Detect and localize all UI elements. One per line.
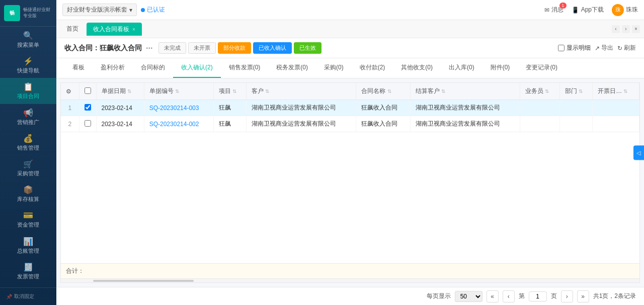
scrollbar-thumb[interactable]: [93, 280, 194, 282]
doc-link[interactable]: SQ-20230214-002: [149, 121, 199, 128]
sidebar-item-invoice[interactable]: 🧾 发票管理: [0, 258, 56, 284]
nav-tab-0[interactable]: 其他收支(0): [393, 58, 441, 78]
col-dept[interactable]: 部门 ⇅: [560, 83, 593, 100]
row-number: 2: [61, 116, 79, 132]
settings-icon: ⚙: [66, 88, 71, 95]
page-number-input[interactable]: [529, 291, 547, 301]
topbar-right: ✉ 1 消息 📱 App下载 珠 珠珠: [544, 4, 638, 16]
sort-icon: ⇅: [623, 88, 627, 94]
row-contract: 狂飙收入合同: [356, 116, 410, 132]
status-btn-已生效[interactable]: 已生效: [294, 42, 321, 54]
user-avatar[interactable]: 珠 珠珠: [612, 4, 638, 16]
nav-tab-0[interactable]: 采购(0): [316, 58, 352, 78]
nav-tab-2[interactable]: 收入确认(2): [173, 58, 221, 78]
sidebar-item-quick[interactable]: ⚡ 快捷导航: [0, 52, 56, 78]
row-checkbox-cell[interactable]: [79, 100, 96, 116]
more-options-icon[interactable]: ···: [146, 44, 152, 53]
col-project[interactable]: 项目 ⇅: [214, 83, 247, 100]
sidebar-item-sales[interactable]: 💰 销售管理: [0, 130, 56, 155]
tab-close-icon[interactable]: ×: [132, 27, 135, 32]
next-page-button[interactable]: ›: [561, 290, 573, 302]
show-detail-checkbox[interactable]: 显示明细: [558, 44, 591, 52]
status-btn-部分收款[interactable]: 部分收款: [218, 42, 251, 54]
sidebar-item-marketing[interactable]: 📢 营销推广: [0, 104, 56, 130]
first-page-button[interactable]: «: [487, 290, 499, 302]
download-icon: 📱: [572, 7, 579, 14]
col-invoice-date[interactable]: 开票日… ⇅: [593, 83, 639, 100]
col-salesman[interactable]: 业务员 ⇅: [520, 83, 560, 100]
quick-icon: ⚡: [23, 56, 33, 66]
export-button[interactable]: ↗ 导出: [595, 44, 613, 52]
status-btn-未完成[interactable]: 未完成: [158, 42, 186, 54]
select-all-checkbox[interactable]: [85, 87, 91, 94]
message-icon: ✉: [544, 7, 549, 14]
window-controls: ‹ › ×: [612, 25, 640, 33]
sidebar-bottom[interactable]: 📌 取消固定: [0, 287, 56, 305]
message-button[interactable]: ✉ 1 消息: [544, 6, 564, 14]
row-checkbox-cell[interactable]: [79, 116, 96, 132]
sales-icon: 💰: [23, 134, 33, 143]
page-size-select[interactable]: 20 50 100 200: [455, 291, 482, 302]
col-docno[interactable]: 单据编号 ⇅: [144, 83, 213, 100]
pagination: 每页显示 20 50 100 200 « ‹ 第 页 › » 共1页，2条记录: [56, 287, 644, 305]
col-date[interactable]: 单据日期 ⇅: [96, 83, 144, 100]
sidebar-item-project[interactable]: 📋 项目合同: [0, 78, 56, 104]
show-detail-input[interactable]: [558, 45, 565, 51]
col-settle[interactable]: 结算客户 ⇅: [410, 83, 520, 100]
sidebar-item-fund[interactable]: 💳 资金管理: [0, 207, 56, 232]
sidebar-item-search[interactable]: 🔍 搜索菜单: [0, 27, 56, 52]
page-header: 收入合同：狂飙收入合同 ··· 未完成未开票部分收款已收入确认已生效 显示明细 …: [56, 38, 644, 58]
sidebar-item-purchase[interactable]: 🛒 采购管理: [0, 155, 56, 181]
app-download-button[interactable]: 📱 App下载: [572, 6, 604, 14]
sort-icon: ⇅: [127, 88, 131, 94]
checkbox-header[interactable]: [79, 83, 96, 100]
pin-icon: 📌: [6, 294, 12, 299]
table-container[interactable]: ⚙ 单据日期 ⇅ 单据编号 ⇅ 项目 ⇅ 客户 ⇅ 合同名称 ⇅ 结算客户 ⇅ …: [60, 82, 640, 264]
row-docno[interactable]: SQ-20230214-002: [144, 116, 213, 132]
nav-tab-2[interactable]: 收付款(2): [352, 58, 393, 78]
nav-tab-0[interactable]: 变更记录(0): [518, 58, 566, 78]
col-customer[interactable]: 客户 ⇅: [247, 83, 356, 100]
purchase-icon: 🛒: [23, 159, 33, 169]
doc-link[interactable]: SQ-20230214-003: [149, 105, 199, 112]
unpin-button[interactable]: 📌 取消固定: [4, 291, 52, 302]
col-contract[interactable]: 合同名称 ⇅: [356, 83, 410, 100]
table-scrollbar[interactable]: [60, 279, 640, 283]
nav-tab-0[interactable]: 出入库(0): [441, 58, 482, 78]
close-window-button[interactable]: ×: [632, 25, 640, 33]
company-selector[interactable]: 好业财专业版演示帐套 ▾: [62, 4, 137, 16]
nav-tab-[interactable]: 看板: [64, 58, 93, 78]
side-panel-icon[interactable]: ◁: [633, 145, 644, 160]
main-content: 好业财专业版演示帐套 ▾ 已认证 ✉ 1 消息 📱 App下载 珠 珠珠: [56, 0, 644, 305]
sidebar-nav: 🔍 搜索菜单 ⚡ 快捷导航 📋 项目合同 📢 营销推广 💰 销售管理 🛒 采购管…: [0, 27, 56, 287]
sidebar-item-tax[interactable]: 📑 税务管理: [0, 284, 56, 287]
status-btn-已收入确认[interactable]: 已收入确认: [253, 42, 292, 54]
sidebar-item-general[interactable]: 📊 总账管理: [0, 233, 56, 258]
nav-tab-0[interactable]: 销售发票(0): [221, 58, 269, 78]
row-checkbox[interactable]: [85, 104, 91, 111]
logo-text: 畅捷通好业财 专业版: [23, 7, 50, 19]
data-table: ⚙ 单据日期 ⇅ 单据编号 ⇅ 项目 ⇅ 客户 ⇅ 合同名称 ⇅ 结算客户 ⇅ …: [61, 83, 639, 132]
row-invoice-date: [593, 116, 639, 132]
home-tab[interactable]: 首页: [60, 23, 85, 35]
prev-window-button[interactable]: ‹: [612, 25, 620, 33]
nav-tab-0[interactable]: 税务发票(0): [268, 58, 316, 78]
next-window-button[interactable]: ›: [622, 25, 630, 33]
status-btn-未开票[interactable]: 未开票: [188, 42, 216, 54]
settings-header[interactable]: ⚙: [61, 83, 79, 100]
prev-page-button[interactable]: ‹: [503, 290, 515, 302]
row-docno[interactable]: SQ-20230214-003: [144, 100, 213, 116]
row-date: 2023-02-14: [96, 116, 144, 132]
sidebar-item-inventory[interactable]: 📦 库存核算: [0, 181, 56, 207]
table-row[interactable]: 2 2023-02-14 SQ-20230214-002 狂飙 湖南卫视商业运营…: [61, 116, 639, 132]
refresh-button[interactable]: ↻ 刷新: [617, 44, 636, 52]
last-page-button[interactable]: »: [577, 290, 589, 302]
row-project: 狂飙: [214, 116, 247, 132]
table-row[interactable]: 1 2023-02-14 SQ-20230214-003 狂飙 湖南卫视商业运营…: [61, 100, 639, 116]
row-checkbox[interactable]: [85, 120, 91, 127]
nav-tab-0[interactable]: 附件(0): [482, 58, 518, 78]
active-tab[interactable]: 收入合同看板 ×: [87, 23, 142, 36]
row-project: 狂飙: [214, 100, 247, 116]
nav-tab-[interactable]: 合同标的: [133, 58, 173, 78]
nav-tab-[interactable]: 盈利分析: [93, 58, 133, 78]
